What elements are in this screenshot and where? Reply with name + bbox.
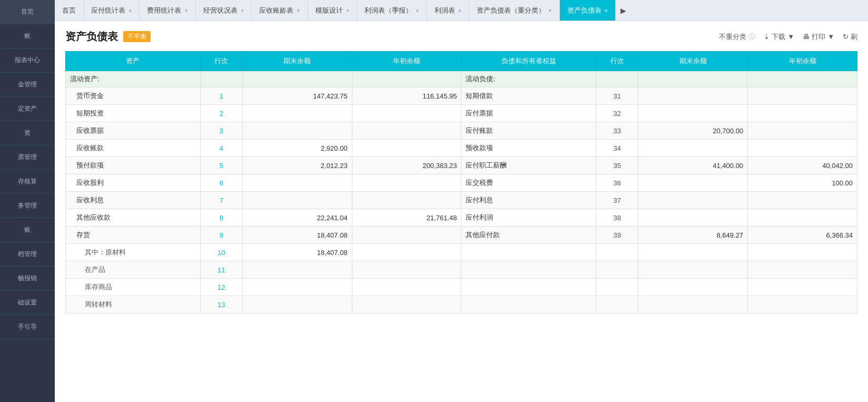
liability-year-begin xyxy=(748,105,857,122)
liability-year-begin xyxy=(748,296,857,313)
asset-name: 周转材料 xyxy=(66,296,201,313)
print-button[interactable]: 🖶 打印 ▼ xyxy=(803,32,834,42)
liability-name xyxy=(461,244,596,261)
tab-close-balance-reclassify[interactable]: × xyxy=(548,7,551,14)
year-begin xyxy=(352,105,461,122)
end-balance: 2,012.23 xyxy=(242,157,352,174)
section-current-assets: 流动资产: 流动负债: xyxy=(66,71,857,87)
table-row: 货币资金1147,423.75116,145.95短期借款31 xyxy=(66,87,857,105)
no-reclassify-label: 不重分类 ⓘ xyxy=(719,32,755,42)
help-icon[interactable]: ⓘ xyxy=(748,32,755,42)
tab-expense-stats[interactable]: 费用统计表 × xyxy=(140,0,195,21)
tab-scroll-arrow[interactable]: ▶ xyxy=(616,0,630,21)
sidebar-item-expense[interactable]: 畅报销 xyxy=(0,267,55,291)
tab-operations[interactable]: 经营状况表 × xyxy=(196,0,252,21)
asset-name: 货币资金 xyxy=(66,87,201,105)
tab-close-template-design[interactable]: × xyxy=(346,7,349,14)
sidebar-item-archive-mgmt[interactable]: 档管理 xyxy=(0,242,55,267)
liability-year-begin xyxy=(748,87,857,105)
liability-row-number: 39 xyxy=(596,227,638,244)
end-balance: 2,920.00 xyxy=(242,140,352,157)
header-year-begin: 年初余额 xyxy=(352,52,461,71)
table-row: 应收利息7应付利息37 xyxy=(66,192,857,209)
tab-receivable-aging[interactable]: 应收账龄表 × xyxy=(252,0,308,21)
liability-name: 应付账款 xyxy=(461,122,596,140)
liability-end-balance: 8,649.27 xyxy=(638,227,748,244)
tab-close-profit-quarterly[interactable]: × xyxy=(416,7,419,14)
liability-name: 应交税费 xyxy=(461,174,596,192)
year-begin: 200,383.23 xyxy=(352,157,461,174)
page-title-area: 资产负债表 不平衡 xyxy=(65,30,151,44)
liability-name: 短期借款 xyxy=(461,87,596,105)
tab-bar: 首页 应付统计表 × 费用统计表 × 经营状况表 × 应收账龄表 × 模版设计 … xyxy=(55,0,868,21)
header-actions: 不重分类 ⓘ ⇣ 下载 ▼ 🖶 打印 ▼ ↻ 刷 xyxy=(719,32,857,42)
row-number: 13 xyxy=(200,296,242,313)
sidebar-item-home[interactable]: 首页 xyxy=(0,0,55,24)
tab-profit-quarterly[interactable]: 利润表（季报） × xyxy=(357,0,427,21)
sidebar: 首页 账 报表中心 金管理 定资产 资 票管理 存核算 务管理 账 档管理 畅报… xyxy=(0,0,55,402)
tab-balance[interactable]: 资产负债表 × xyxy=(560,0,616,21)
year-begin xyxy=(352,244,461,261)
table-row: 预付款项52,012.23200,383.23应付职工薪酬3541,400.00… xyxy=(66,157,857,174)
unbalanced-badge: 不平衡 xyxy=(123,31,151,42)
row-number: 10 xyxy=(200,244,242,261)
tab-template-design[interactable]: 模版设计 × xyxy=(308,0,357,21)
sidebar-item-settings[interactable]: 础设置 xyxy=(0,291,55,315)
sidebar-item-book[interactable]: 账 xyxy=(0,218,55,242)
liability-end-balance xyxy=(638,296,748,313)
asset-name: 存货 xyxy=(66,227,201,244)
tab-close-expense-stats[interactable]: × xyxy=(184,7,188,14)
sidebar-item-ticket-mgmt[interactable]: 票管理 xyxy=(0,145,55,170)
sidebar-item-fund-mgmt[interactable]: 金管理 xyxy=(0,73,55,97)
table-row: 应收账款42,920.00预收款项34 xyxy=(66,140,857,157)
liability-year-begin: 100.00 xyxy=(748,174,857,192)
liability-year-begin xyxy=(748,192,857,209)
liability-name: 应付职工薪酬 xyxy=(461,157,596,174)
header-year-begin2: 年初余额 xyxy=(748,52,857,71)
refresh-button[interactable]: ↻ 刷 xyxy=(843,32,857,42)
year-begin xyxy=(352,122,461,140)
sidebar-item-fixed-assets[interactable]: 定资产 xyxy=(0,97,55,121)
header-liability: 负债和所有者权益 xyxy=(461,52,596,71)
sidebar-item-guide[interactable]: 手引导 xyxy=(0,315,55,339)
table-row: 库存商品12 xyxy=(66,279,857,296)
year-begin xyxy=(352,140,461,157)
header-row-num: 行次 xyxy=(200,52,242,71)
tab-home[interactable]: 首页 xyxy=(55,0,84,21)
main-area: 首页 应付统计表 × 费用统计表 × 经营状况表 × 应收账龄表 × 模版设计 … xyxy=(55,0,868,402)
sidebar-item-report-center[interactable]: 报表中心 xyxy=(0,48,55,73)
year-begin xyxy=(352,296,461,313)
table-row: 在产品11 xyxy=(66,261,857,279)
asset-name: 其他应收款 xyxy=(66,209,201,227)
table-row: 应收股利6应交税费36100.00 xyxy=(66,174,857,192)
row-number: 7 xyxy=(200,192,242,209)
sidebar-item-inventory[interactable]: 存核算 xyxy=(0,170,55,194)
header-end-balance2: 期末余额 xyxy=(638,52,748,71)
liability-row-number: 33 xyxy=(596,122,638,140)
row-number: 11 xyxy=(200,261,242,279)
liability-name xyxy=(461,296,596,313)
table-row: 其他应收款822,241.0421,761.48应付利润38 xyxy=(66,209,857,227)
tab-close-profit[interactable]: × xyxy=(458,7,461,14)
liability-end-balance xyxy=(638,87,748,105)
liability-end-balance: 20,700.00 xyxy=(638,122,748,140)
table-row: 其中：原材料1018,407.08 xyxy=(66,244,857,261)
refresh-icon: ↻ xyxy=(843,33,849,41)
sidebar-item-account[interactable]: 账 xyxy=(0,24,55,48)
tab-payable-stats[interactable]: 应付统计表 × xyxy=(84,0,140,21)
sidebar-item-capital[interactable]: 资 xyxy=(0,121,55,145)
print-chevron-icon: ▼ xyxy=(827,33,834,41)
tab-close-balance[interactable]: × xyxy=(605,7,608,14)
liability-end-balance xyxy=(638,244,748,261)
tab-balance-reclassify[interactable]: 资产负债表（重分类） × xyxy=(469,0,559,21)
tab-close-payable-stats[interactable]: × xyxy=(129,7,132,14)
tab-close-operations[interactable]: × xyxy=(241,7,244,14)
tab-close-receivable-aging[interactable]: × xyxy=(297,7,300,14)
tab-profit[interactable]: 利润表 × xyxy=(427,0,469,21)
liability-end-balance xyxy=(638,140,748,157)
download-button[interactable]: ⇣ 下载 ▼ xyxy=(764,32,794,42)
sidebar-item-affairs-mgmt[interactable]: 务管理 xyxy=(0,194,55,218)
row-number: 4 xyxy=(200,140,242,157)
row-number: 5 xyxy=(200,157,242,174)
liability-year-begin xyxy=(748,261,857,279)
